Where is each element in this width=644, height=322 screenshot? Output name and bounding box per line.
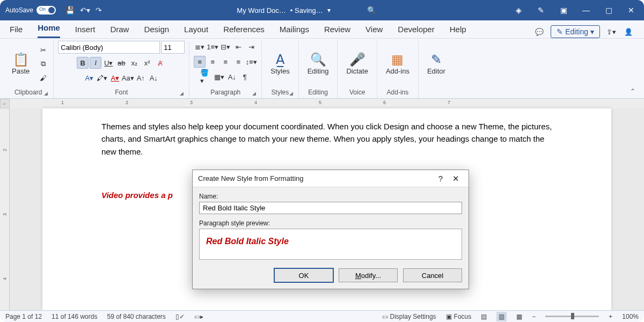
title-dropdown-icon[interactable]: ▾ <box>327 6 331 14</box>
shading-icon[interactable]: 🪣▾ <box>200 71 212 83</box>
styles-button[interactable]: A̲ Styles <box>266 51 294 77</box>
bullets-icon[interactable]: ≣▾ <box>194 41 206 53</box>
bold-button[interactable]: B <box>77 57 89 69</box>
cancel-button[interactable]: Cancel <box>403 268 462 282</box>
vertical-ruler[interactable]: 2 3 4 <box>0 108 10 310</box>
font-size-select[interactable] <box>161 41 185 54</box>
tab-developer[interactable]: Developer <box>398 21 434 38</box>
change-case-icon[interactable]: Aa▾ <box>122 72 134 84</box>
shrink-font-icon[interactable]: A↓ <box>148 72 159 84</box>
italic-button[interactable]: I <box>90 57 101 69</box>
ok-button[interactable]: OK <box>274 268 333 282</box>
wand-icon[interactable]: ✎ <box>533 6 548 14</box>
tab-references[interactable]: References <box>223 21 265 38</box>
save-icon[interactable]: 💾 <box>65 6 75 14</box>
tab-view[interactable]: View <box>365 21 383 38</box>
line-spacing-icon[interactable]: ↕≡▾ <box>245 56 257 68</box>
grow-font-icon[interactable]: A↑ <box>135 72 147 84</box>
show-marks-icon[interactable]: ¶ <box>239 71 251 83</box>
numbering-icon[interactable]: 1≡▾ <box>207 41 218 53</box>
body-paragraph[interactable]: Themes and styles also help keep your do… <box>101 120 552 158</box>
tab-layout[interactable]: Layout <box>184 21 208 38</box>
read-mode-icon[interactable]: ▤ <box>481 313 487 320</box>
macro-icon[interactable]: ▭▸ <box>194 313 203 320</box>
zoom-slider[interactable] <box>545 316 599 317</box>
voice-label: Voice <box>342 87 372 98</box>
tab-design[interactable]: Design <box>144 21 169 38</box>
word-count[interactable]: 11 of 146 words <box>52 313 97 320</box>
search-icon[interactable]: 🔍 <box>367 6 376 14</box>
sort-icon[interactable]: A↓ <box>226 71 238 83</box>
font-name-select[interactable] <box>58 41 160 54</box>
copy-icon[interactable]: ⧉ <box>37 58 49 70</box>
display-settings-button[interactable]: ▭ Display Settings <box>382 313 436 320</box>
format-painter-icon[interactable]: 🖌 <box>37 72 49 84</box>
close-button[interactable]: ✕ <box>624 6 639 14</box>
tab-mailings[interactable]: Mailings <box>280 21 309 38</box>
clipboard-icon: 📋 <box>13 53 29 66</box>
editing-button[interactable]: 🔍 Editing <box>303 51 333 77</box>
account-icon[interactable]: 👤 <box>623 26 634 38</box>
align-left-icon[interactable]: ≡ <box>194 56 206 68</box>
tab-draw[interactable]: Draw <box>110 21 129 38</box>
borders-icon[interactable]: ▦▾ <box>213 71 225 83</box>
font-launcher-icon[interactable]: ◢ <box>180 91 184 96</box>
superscript-button[interactable]: x² <box>141 57 153 69</box>
autosave-toggle[interactable]: AutoSave <box>5 6 56 14</box>
page-status[interactable]: Page 1 of 12 <box>5 313 42 320</box>
focus-button[interactable]: ▣ Focus <box>446 313 472 320</box>
redo-icon[interactable]: ↷ <box>96 6 102 14</box>
clipboard-launcher-icon[interactable]: ◢ <box>44 91 48 96</box>
justify-icon[interactable]: ≡ <box>232 56 244 68</box>
tab-insert[interactable]: Insert <box>75 21 96 38</box>
minimize-button[interactable]: — <box>579 6 594 14</box>
share-icon[interactable]: ⇪▾ <box>605 26 617 38</box>
horizontal-ruler[interactable]: ⌐ 1 2 3 4 5 6 7 <box>10 99 644 108</box>
zoom-level[interactable]: 100% <box>622 313 639 320</box>
editor-icon: ✎ <box>431 53 442 66</box>
paste-button[interactable]: 📋 Paste <box>8 51 34 77</box>
text-effects-icon[interactable]: A▾ <box>83 72 95 84</box>
dialog-help-icon[interactable]: ? <box>433 174 448 183</box>
align-center-icon[interactable]: ≡ <box>207 56 218 68</box>
diamond-icon[interactable]: ◈ <box>511 6 526 14</box>
strikethrough-button[interactable]: ab <box>115 57 127 69</box>
editing-mode-button[interactable]: ✎ Editing ▾ <box>551 25 600 38</box>
multilevel-icon[interactable]: ⊟▾ <box>219 41 231 53</box>
decrease-indent-icon[interactable]: ⇤ <box>232 41 244 53</box>
editor-button[interactable]: ✎ Editor <box>423 51 450 77</box>
underline-button[interactable]: U▾ <box>103 57 114 69</box>
web-layout-icon[interactable]: ▦ <box>516 313 522 320</box>
ribbon-display-icon[interactable]: ▣ <box>556 6 571 14</box>
highlight-icon[interactable]: 🖍▾ <box>96 72 108 84</box>
toggle-switch[interactable] <box>36 6 56 14</box>
print-layout-icon[interactable]: ▥ <box>496 312 507 321</box>
ruler-corner[interactable]: ⌐ <box>0 99 10 108</box>
styles-launcher-icon[interactable]: ◢ <box>289 91 293 96</box>
maximize-button[interactable]: ▢ <box>601 6 616 14</box>
vruler-tick: 3 <box>2 213 8 216</box>
subscript-button[interactable]: x₂ <box>128 57 140 69</box>
char-count[interactable]: 59 of 840 characters <box>107 313 165 320</box>
zoom-in-icon[interactable]: + <box>609 313 612 320</box>
undo-icon[interactable]: ↶▾ <box>80 6 90 14</box>
cut-icon[interactable]: ✂ <box>37 44 49 56</box>
dictate-button[interactable]: 🎤 Dictate <box>342 51 372 77</box>
clear-format-icon[interactable]: A̷ <box>154 57 166 69</box>
zoom-out-icon[interactable]: − <box>532 313 536 320</box>
comments-icon[interactable]: 💬 <box>533 26 545 38</box>
dialog-close-icon[interactable]: ✕ <box>448 174 463 184</box>
tab-home[interactable]: Home <box>38 20 60 38</box>
font-color-icon[interactable]: A▾ <box>109 72 121 84</box>
increase-indent-icon[interactable]: ⇥ <box>245 41 257 53</box>
collapse-ribbon-icon[interactable]: ⌃ <box>625 84 641 98</box>
accessibility-icon[interactable]: ▯✓ <box>175 313 185 320</box>
tab-help[interactable]: Help <box>450 21 466 38</box>
modify-button[interactable]: Modify... <box>339 268 398 282</box>
style-name-input[interactable] <box>199 202 462 214</box>
tab-review[interactable]: Review <box>324 21 350 38</box>
align-right-icon[interactable]: ≡ <box>219 56 231 68</box>
tab-file[interactable]: File <box>10 21 23 38</box>
addins-button[interactable]: ▦ Add-ins <box>382 51 414 77</box>
paragraph-launcher-icon[interactable]: ◢ <box>252 91 256 96</box>
